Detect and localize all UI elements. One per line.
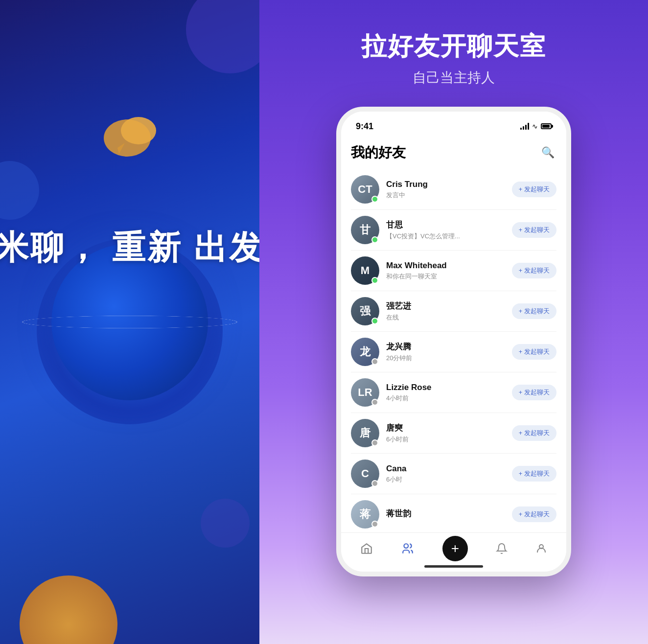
- status-bar: 9:41 ∿: [341, 112, 566, 136]
- list-item[interactable]: M Max Whitehead 和你在同一聊天室 + 发起聊天: [351, 251, 556, 291]
- status-time: 9:41: [356, 121, 373, 132]
- friend-info: Cris Trung 发言中: [386, 180, 512, 200]
- friend-name: 强艺进: [386, 300, 512, 312]
- start-chat-button[interactable]: + 发起聊天: [512, 466, 556, 482]
- friend-name: 蒋世韵: [386, 508, 512, 519]
- friend-info: Lizzie Rose 4小时前: [386, 383, 512, 403]
- friend-info: 唐奭 6小时前: [386, 422, 512, 444]
- avatar: 蒋: [351, 500, 379, 529]
- friend-info: 甘思 【VC投资】VC怎么管理...: [386, 219, 512, 241]
- friend-status: 4小时前: [386, 394, 474, 403]
- friends-list: CT Cris Trung 发言中 + 发起聊天 甘 甘思 【VC投资】VC怎么…: [351, 169, 556, 532]
- friends-title: 我的好友: [351, 143, 406, 162]
- friend-status: 【VC投资】VC怎么管理...: [386, 232, 474, 241]
- avatar: 唐: [351, 419, 379, 447]
- list-item[interactable]: 蒋 蒋世韵 + 发起聊天: [351, 494, 556, 532]
- list-item[interactable]: 龙 龙兴腾 20分钟前 + 发起聊天: [351, 332, 556, 372]
- right-headline: 拉好友开聊天室: [361, 29, 546, 64]
- avatar: 强: [351, 297, 379, 325]
- friend-info: Max Whitehead 和你在同一聊天室: [386, 261, 512, 281]
- online-indicator: [371, 277, 378, 284]
- online-indicator: [371, 521, 378, 528]
- battery-icon: [541, 123, 552, 129]
- start-chat-button[interactable]: + 发起聊天: [512, 263, 556, 278]
- avatar: CT: [351, 175, 379, 204]
- online-indicator: [371, 358, 378, 365]
- friend-name: 唐奭: [386, 422, 512, 434]
- start-chat-button[interactable]: + 发起聊天: [512, 425, 556, 441]
- friend-status: 和你在同一聊天室: [386, 272, 474, 281]
- start-chat-button[interactable]: + 发起聊天: [512, 344, 556, 360]
- friend-name: Lizzie Rose: [386, 383, 512, 392]
- plus-icon: +: [451, 542, 459, 555]
- left-main-text: 米聊， 重新 出发: [0, 226, 259, 269]
- start-chat-button[interactable]: + 发起聊天: [512, 303, 556, 319]
- nav-home[interactable]: [360, 542, 373, 555]
- start-chat-button[interactable]: + 发起聊天: [512, 222, 556, 238]
- blob-decoration-top: [186, 0, 259, 73]
- friend-status: 在线: [386, 313, 474, 322]
- avatar: 甘: [351, 216, 379, 244]
- blob-decoration-mid: [0, 161, 39, 220]
- start-chat-button[interactable]: + 发起聊天: [512, 385, 556, 400]
- avatar: LR: [351, 378, 379, 407]
- blob-decoration-bottom: [20, 575, 117, 644]
- friends-header: 我的好友 🔍: [351, 136, 556, 169]
- start-chat-button[interactable]: + 发起聊天: [512, 182, 556, 197]
- list-item[interactable]: 唐 唐奭 6小时前 + 发起聊天: [351, 413, 556, 454]
- right-panel: 拉好友开聊天室 自己当主持人 9:41 ∿ 我的好友: [259, 0, 648, 644]
- online-indicator: [371, 439, 378, 446]
- online-indicator: [371, 236, 378, 243]
- friend-info: 强艺进 在线: [386, 300, 512, 322]
- online-indicator: [371, 399, 378, 406]
- nav-profile[interactable]: [535, 542, 547, 555]
- friend-name: 甘思: [386, 219, 512, 230]
- friend-name: Max Whitehead: [386, 261, 512, 271]
- nav-friends[interactable]: [401, 542, 415, 555]
- svg-point-3: [404, 544, 408, 548]
- friend-name: Cris Trung: [386, 180, 512, 189]
- list-item[interactable]: LR Lizzie Rose 4小时前 + 发起聊天: [351, 372, 556, 413]
- start-chat-button[interactable]: + 发起聊天: [512, 506, 556, 522]
- friend-status: 发言中: [386, 191, 474, 200]
- signal-icon: [520, 123, 529, 130]
- avatar: M: [351, 256, 379, 285]
- friend-name: 龙兴腾: [386, 341, 512, 352]
- online-indicator: [371, 318, 378, 324]
- phone-mockup: 9:41 ∿ 我的好友 🔍: [336, 107, 571, 576]
- list-item[interactable]: CT Cris Trung 发言中 + 发起聊天: [351, 169, 556, 210]
- friend-info: 蒋世韵: [386, 508, 512, 521]
- wifi-icon: ∿: [532, 122, 538, 130]
- friend-info: 龙兴腾 20分钟前: [386, 341, 512, 363]
- friend-status: 6小时前: [386, 435, 474, 444]
- chat-bubble-icon: [100, 116, 159, 174]
- avatar: C: [351, 460, 379, 488]
- friend-name: Cana: [386, 464, 512, 474]
- nav-notifications[interactable]: [496, 542, 508, 555]
- search-button[interactable]: 🔍: [539, 144, 556, 161]
- online-indicator: [371, 480, 378, 487]
- list-item[interactable]: C Cana 6小时 + 发起聊天: [351, 454, 556, 494]
- planet-ring: [22, 316, 237, 328]
- svg-point-1: [121, 117, 156, 144]
- home-indicator: [424, 565, 483, 568]
- right-subheadline: 自己当主持人: [413, 69, 495, 87]
- avatar: 龙: [351, 338, 379, 366]
- left-panel: 米聊， 重新 出发: [0, 0, 259, 644]
- friend-status: 20分钟前: [386, 354, 474, 363]
- add-button[interactable]: +: [442, 536, 468, 561]
- friend-info: Cana 6小时: [386, 464, 512, 484]
- status-icons: ∿: [520, 122, 552, 130]
- blob-decoration-right: [201, 499, 250, 548]
- online-indicator: [371, 196, 378, 203]
- list-item[interactable]: 甘 甘思 【VC投资】VC怎么管理... + 发起聊天: [351, 210, 556, 251]
- friend-status: 6小时: [386, 475, 474, 484]
- list-item[interactable]: 强 强艺进 在线 + 发起聊天: [351, 291, 556, 332]
- phone-content: 我的好友 🔍 CT Cris Trung 发言中 + 发起聊天 甘 甘思 【VC…: [341, 136, 566, 532]
